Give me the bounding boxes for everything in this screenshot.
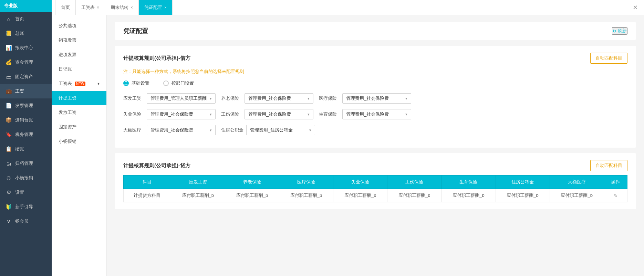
left-nav-fixed-assets-label: 固定资产	[59, 124, 76, 130]
debit-form-row-2: 失业保险 管理费用_社会保险费 ▾ 工伤保险 管理费用_社会保险费 ▾	[123, 109, 627, 119]
sidebar-item-guide[interactable]: 🔰 新手引导	[0, 200, 52, 214]
tab-bar: 首页 工资表 × 期末结转 × 凭证配置 × ✕	[52, 0, 644, 15]
left-nav-sales-invoice-label: 销项发票	[59, 37, 76, 43]
refresh-icon: ↻	[613, 29, 616, 34]
auto-match-debit-button[interactable]: 自动匹配科目	[590, 53, 627, 64]
left-nav-calc-payroll-label: 计提工资	[59, 95, 76, 101]
basic-setting-label: 基础设置	[132, 80, 149, 86]
sidebar-item-reports[interactable]: 📊 报表中心	[0, 41, 52, 55]
th-shengyu: 生育保险	[442, 176, 496, 189]
sidebar-item-finance[interactable]: 💰 资金管理	[0, 55, 52, 70]
shengyu-label: 生育保险	[319, 111, 340, 117]
left-nav-fixed-assets[interactable]: 固定资产	[52, 120, 106, 134]
left-nav-public[interactable]: 公共选项	[52, 19, 106, 33]
page-title: 凭证配置	[123, 27, 148, 35]
sidebar-item-settings[interactable]: ⚙ 设置	[0, 185, 52, 200]
app-title: 专业版	[0, 0, 52, 12]
sidebar-item-label: 首页	[15, 16, 24, 22]
th-yanglao: 养老保险	[225, 176, 279, 189]
field-yiliao-insurance: 医疗保险 管理费用_社会保险费 ▾	[319, 93, 411, 104]
sidebar-item-tax[interactable]: 🔖 税务管理	[0, 127, 52, 142]
left-nav-calc-payroll[interactable]: 计提工资	[52, 91, 106, 105]
tab-period-close-close[interactable]: ×	[131, 5, 133, 10]
credit-rules-table: 科目 应发工资 养老保险 医疗保险 失业保险 工伤保险 生育保险 住房公积金 大…	[123, 175, 627, 202]
expand-chevron-icon: ▾	[97, 81, 100, 86]
sidebar-item-member[interactable]: V 畅会员	[0, 214, 52, 229]
tab-voucher-config[interactable]: 凭证配置 ×	[139, 0, 173, 15]
sidebar-item-settlement[interactable]: 📋 结账	[0, 142, 52, 156]
field-shiye-insurance: 失业保险 管理费用_社会保险费 ▾	[123, 109, 216, 119]
tab-period-close[interactable]: 期末结转 ×	[105, 0, 139, 15]
auto-match-credit-button[interactable]: 自动匹配科目	[590, 160, 627, 171]
daeyiliao-select[interactable]: 管理费用_社会保险费 ▾	[147, 125, 216, 135]
left-nav-issue-payroll-label: 发放工资	[59, 109, 76, 116]
content-wrapper: 公共选项 销项发票 进项发票 日记账 工资表 NEW ▾ 计提工资 发放工资	[52, 15, 644, 276]
th-action: 操作	[604, 176, 627, 189]
yanglao-label: 养老保险	[221, 95, 242, 102]
th-yingfa: 应发工资	[171, 176, 225, 189]
yanglao-value: 管理费用_社会保险费	[248, 95, 305, 102]
daeyiliao-value: 管理费用_社会保险费	[150, 127, 207, 133]
housing-fund-select[interactable]: 管理费用_住房公积金 ▾	[246, 125, 315, 135]
credit-table-wrapper: 科目 应发工资 养老保险 医疗保险 失业保险 工伤保险 生育保险 住房公积金 大…	[123, 175, 627, 202]
gongshang-label: 工伤保险	[221, 111, 242, 117]
setting-type-radio-group: 基础设置 按部门设置	[123, 80, 627, 86]
daeyiliao-arrow-icon: ▾	[210, 128, 212, 132]
left-nav-payroll-table[interactable]: 工资表 NEW ▾	[52, 76, 106, 91]
yiliao-select[interactable]: 管理费用_社会保险费 ▾	[342, 93, 411, 104]
td-action[interactable]: ✎	[604, 189, 627, 202]
sidebar-item-home[interactable]: ⌂ 首页	[0, 12, 52, 26]
sidebar-item-label: 设置	[15, 189, 24, 195]
shiye-value: 管理费用_社会保险费	[150, 111, 207, 117]
td-yiliao: 应付职工薪酬_b	[279, 189, 333, 202]
tab-voucher-config-close[interactable]: ×	[164, 5, 167, 10]
tab-voucher-config-label: 凭证配置	[144, 4, 162, 11]
tab-home[interactable]: 首页	[55, 0, 76, 15]
shengyu-arrow-icon: ▾	[405, 112, 407, 117]
sidebar-item-fixed-assets[interactable]: 🗃 固定资产	[0, 70, 52, 84]
shengyu-select[interactable]: 管理费用_社会保险费 ▾	[342, 109, 411, 119]
shiye-select[interactable]: 管理费用_社会保险费 ▾	[147, 109, 216, 119]
yingfa-wages-label: 应发工资	[123, 95, 144, 102]
sidebar-item-label: 结账	[15, 146, 24, 152]
yanglao-select[interactable]: 管理费用_社会保险费 ▾	[245, 93, 313, 104]
sidebar-item-label: 归档管理	[15, 160, 33, 167]
section1-title: 计提核算规则(公司承担)-借方	[123, 55, 190, 62]
sidebar-item-archive[interactable]: 🗂 归档管理	[0, 156, 52, 171]
yanglao-arrow-icon: ▾	[308, 96, 310, 101]
sidebar-item-label: 小畅报销	[15, 175, 33, 181]
th-subject: 科目	[124, 176, 171, 189]
sidebar-item-purchase-sales[interactable]: 📦 进销台账	[0, 113, 52, 127]
sidebar-item-invoice[interactable]: 📄 发票管理	[0, 98, 52, 113]
shiye-arrow-icon: ▾	[210, 112, 212, 117]
sidebar-item-xiaochangbao[interactable]: © 小畅报销	[0, 171, 52, 185]
debit-rules-section: 计提核算规则(公司承担)-借方 自动匹配科目 注：只能选择一种方式，系统将按照您…	[115, 46, 636, 148]
left-nav-journal[interactable]: 日记账	[52, 62, 106, 76]
finance-icon: 💰	[6, 59, 12, 65]
left-nav-purchase-invoice[interactable]: 进项发票	[52, 47, 106, 62]
tab-period-close-label: 期末结转	[111, 4, 128, 11]
field-housing-fund: 住房公积金 管理费用_住房公积金 ▾	[221, 125, 315, 135]
sidebar-item-general-ledger[interactable]: 📒 总账	[0, 26, 52, 41]
basic-setting-radio[interactable]: 基础设置	[123, 80, 149, 86]
sidebar-item-label: 税务管理	[15, 131, 33, 138]
tab-payroll[interactable]: 工资表 ×	[76, 0, 105, 15]
close-all-tabs-button[interactable]: ✕	[630, 4, 641, 11]
yiliao-value: 管理费用_社会保险费	[346, 95, 403, 102]
left-nav-xiaochangbao[interactable]: 小畅报销	[52, 134, 106, 149]
gongshang-arrow-icon: ▾	[308, 112, 310, 117]
left-nav-issue-payroll[interactable]: 发放工资	[52, 105, 106, 120]
td-shengyu: 应付职工薪酬_b	[442, 189, 496, 202]
refresh-button[interactable]: ↻ 刷新	[612, 27, 627, 35]
section1-title-bar: 计提核算规则(公司承担)-借方 自动匹配科目	[123, 53, 627, 64]
tab-payroll-close[interactable]: ×	[97, 5, 99, 10]
left-navigation: 公共选项 销项发票 进项发票 日记账 工资表 NEW ▾ 计提工资 发放工资	[52, 15, 107, 276]
yingfa-wages-select[interactable]: 管理费用_管理人员职工薪酬 ▾	[147, 93, 216, 104]
gongshang-select[interactable]: 管理费用_社会保险费 ▾	[245, 109, 313, 119]
sidebar-item-payroll[interactable]: 💼 工资	[0, 84, 52, 98]
th-yiliao: 医疗保险	[279, 176, 333, 189]
invoice-icon: 📄	[6, 103, 12, 109]
department-setting-radio[interactable]: 按部门设置	[163, 80, 194, 86]
left-nav-sales-invoice[interactable]: 销项发票	[52, 33, 106, 47]
edit-row-icon[interactable]: ✎	[613, 193, 617, 198]
